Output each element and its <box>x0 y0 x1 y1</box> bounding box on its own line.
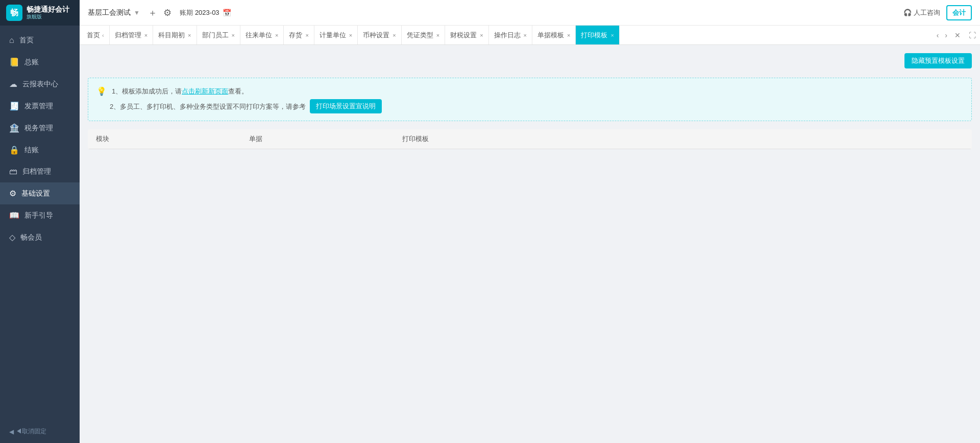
tab-label-subject: 科目期初 <box>158 31 185 40</box>
sidebar-item-label-home: 首页 <box>19 36 34 45</box>
sidebar-item-label-invoice: 发票管理 <box>24 102 53 111</box>
tab-oplog[interactable]: 操作日志× <box>489 26 532 45</box>
tab-close-archive[interactable]: × <box>144 32 148 38</box>
tab-inventory[interactable]: 存货× <box>284 26 314 45</box>
accounting-btn[interactable]: 会计 <box>946 5 972 20</box>
tab-label-taxsetting: 财税设置 <box>450 31 477 40</box>
sidebar-item-invoice[interactable]: 🧾发票管理 <box>0 95 80 117</box>
add-tab-btn[interactable]: ＋ <box>148 7 157 19</box>
sidebar-item-label-ledger: 总账 <box>24 58 39 67</box>
member-icon: ◇ <box>9 232 15 242</box>
sidebar-item-ledger[interactable]: 📒总账 <box>0 51 80 73</box>
sidebar: 畅 畅捷通好会计 旗舰版 ⌂首页📒总账☁云报表中心🧾发票管理🏦税务管理🔒结账🗃归… <box>0 0 80 443</box>
tab-close-oplog[interactable]: × <box>524 32 527 38</box>
company-selector[interactable]: 基层工会测试 ▼ <box>88 8 140 17</box>
sidebar-nav: ⌂首页📒总账☁云报表中心🧾发票管理🏦税务管理🔒结账🗃归档管理⚙基础设置📖新手引导… <box>0 26 80 420</box>
tab-close-voucher[interactable]: × <box>436 32 439 38</box>
home-icon: ⌂ <box>9 36 14 45</box>
tab-singleform[interactable]: 单据模板× <box>532 26 576 45</box>
sidebar-item-home[interactable]: ⌂首页 <box>0 30 80 51</box>
tab-close-subject[interactable]: × <box>188 32 191 38</box>
notice-row1: 💡 1、模板添加成功后，请点击刷新新页面查看。 <box>96 85 963 97</box>
tab-controls: ‹ › ✕ ⛶ <box>934 26 980 45</box>
table-header: 模块 单据 打印模板 <box>88 129 972 149</box>
data-table: 模块 单据 打印模板 <box>88 129 972 149</box>
tab-close-client[interactable]: × <box>275 32 278 38</box>
notice-refresh-link[interactable]: 点击刷新新页面 <box>182 87 228 95</box>
topbar-actions: ＋ ⚙ <box>148 7 172 19</box>
support-label: 人工咨询 <box>914 8 940 17</box>
sidebar-item-label-basic: 基础设置 <box>21 189 50 198</box>
tab-close-unit[interactable]: × <box>349 32 352 38</box>
tabbar: 首页‹归档管理×科目期初×部门员工×往来单位×存货×计量单位×币种设置×凭证类型… <box>80 26 980 45</box>
tab-close-taxsetting[interactable]: × <box>480 32 483 38</box>
notice-line1-suffix: 查看。 <box>228 87 248 95</box>
topbar: 基层工会测试 ▼ ＋ ⚙ 账期 2023-03 📅 🎧 人工咨询 会计 <box>80 0 980 26</box>
company-name: 基层工会测试 <box>88 8 131 17</box>
notice-line1-prefix: 1、模板添加成功后，请 <box>112 87 182 95</box>
tab-arrow-home: ‹ <box>102 32 104 38</box>
tab-close-currency[interactable]: × <box>393 32 396 38</box>
tab-label-currency: 币种设置 <box>363 31 389 40</box>
col-print-template: 打印模板 <box>394 134 972 144</box>
notice-text1: 1、模板添加成功后，请点击刷新新页面查看。 <box>112 85 248 97</box>
tab-dept[interactable]: 部门员工× <box>197 26 240 45</box>
tab-voucher[interactable]: 凭证类型× <box>402 26 445 45</box>
tab-close-inventory[interactable]: × <box>305 32 308 38</box>
sidebar-item-closing[interactable]: 🔒结账 <box>0 139 80 161</box>
sidebar-item-label-tax: 税务管理 <box>24 124 53 133</box>
print-scene-btn[interactable]: 打印场景设置宣说明 <box>310 99 382 113</box>
tab-close-singleform[interactable]: × <box>567 32 570 38</box>
logo-sub: 旗舰版 <box>27 13 69 20</box>
notice-box: 💡 1、模板添加成功后，请点击刷新新页面查看。 2、多员工、多打印机、多种业务类… <box>88 78 972 121</box>
tab-home[interactable]: 首页‹ <box>82 26 110 45</box>
headset-icon: 🎧 <box>903 9 912 16</box>
sidebar-item-reports[interactable]: ☁云报表中心 <box>0 73 80 95</box>
tab-client[interactable]: 往来单位× <box>240 26 284 45</box>
tab-prev-btn[interactable]: ‹ <box>934 26 942 45</box>
sidebar-item-archive[interactable]: 🗃归档管理 <box>0 161 80 182</box>
sidebar-item-label-member: 畅会员 <box>20 233 42 242</box>
support-btn[interactable]: 🎧 人工咨询 <box>903 8 940 17</box>
tab-label-voucher: 凭证类型 <box>407 31 433 40</box>
tab-label-inventory: 存货 <box>289 31 302 40</box>
settings-btn[interactable]: ⚙ <box>163 7 172 18</box>
invoice-icon: 🧾 <box>9 101 19 111</box>
notice-line2-text: 2、多员工、多打印机、多种业务类型设置不同打印方案等，请参考 <box>110 101 306 112</box>
ledger-icon: 📒 <box>9 57 19 67</box>
archive-icon: 🗃 <box>9 167 17 176</box>
tab-close-printtemplate[interactable]: × <box>610 32 614 38</box>
tab-archive[interactable]: 归档管理× <box>110 26 153 45</box>
sidebar-logo: 畅 畅捷通好会计 旗舰版 <box>0 0 80 26</box>
main-area: 基层工会测试 ▼ ＋ ⚙ 账期 2023-03 📅 🎧 人工咨询 会计 首页‹归… <box>80 0 980 443</box>
sidebar-item-member[interactable]: ◇畅会员 <box>0 226 80 248</box>
tab-close-dept[interactable]: × <box>232 32 235 38</box>
reports-icon: ☁ <box>9 79 17 89</box>
sidebar-item-label-guide: 新手引导 <box>24 211 53 220</box>
sidebar-item-guide[interactable]: 📖新手引导 <box>0 204 80 226</box>
topbar-right: 🎧 人工咨询 会计 <box>903 5 972 20</box>
calendar-icon[interactable]: 📅 <box>223 9 231 17</box>
cancel-fixed-label: ◀︎取消固定 <box>16 427 46 436</box>
sidebar-item-basic[interactable]: ⚙基础设置 <box>0 182 80 204</box>
tab-printtemplate[interactable]: 打印模板× <box>576 26 619 45</box>
basic-icon: ⚙ <box>9 189 16 198</box>
sidebar-item-tax[interactable]: 🏦税务管理 <box>0 117 80 139</box>
guide-icon: 📖 <box>9 211 19 220</box>
tab-label-unit: 计量单位 <box>320 31 346 40</box>
tab-currency[interactable]: 币种设置× <box>358 26 401 45</box>
tab-unit[interactable]: 计量单位× <box>314 26 358 45</box>
period-label: 账期 <box>180 8 193 17</box>
cancel-fixed-btn[interactable]: ◀ ◀︎取消固定 <box>0 420 80 443</box>
tab-next-btn[interactable]: › <box>942 26 950 45</box>
tab-subject[interactable]: 科目期初× <box>153 26 197 45</box>
tab-taxsetting[interactable]: 财税设置× <box>445 26 488 45</box>
sidebar-item-label-reports: 云报表中心 <box>22 80 58 89</box>
page-content: 隐藏预置模板设置 💡 1、模板添加成功后，请点击刷新新页面查看。 2、多员工、多… <box>80 45 980 443</box>
tab-label-singleform: 单据模板 <box>537 31 564 40</box>
hide-template-btn[interactable]: 隐藏预置模板设置 <box>904 53 972 68</box>
action-bar: 隐藏预置模板设置 <box>88 53 972 74</box>
tab-close-all-btn[interactable]: ✕ <box>950 26 965 45</box>
col-document: 单据 <box>241 134 394 144</box>
tab-fullscreen-btn[interactable]: ⛶ <box>965 26 980 45</box>
